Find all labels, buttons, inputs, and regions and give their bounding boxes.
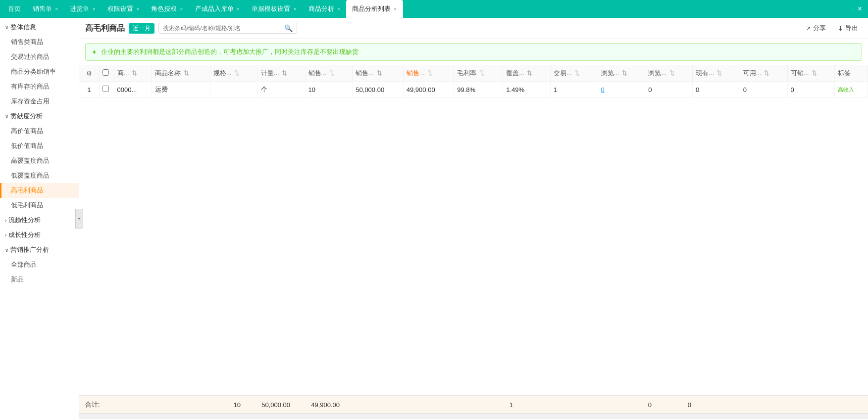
footer-stock-sellable: 0 <box>655 401 694 409</box>
export-button[interactable]: ⬇ 导出 <box>834 22 862 35</box>
row-code: 0000... <box>114 82 152 97</box>
footer-label: 合计: <box>85 400 184 409</box>
sidebar: ∨ 整体信息 销售类商品 交易过的商品 商品分类助销率 有库存的商品 库存资金占… <box>0 18 79 419</box>
col-gross-margin[interactable]: 毛利率 ⇅ <box>454 65 503 82</box>
close-icon[interactable]: × <box>394 6 397 12</box>
sidebar-item-sales-goods[interactable]: 销售类商品 <box>0 35 79 49</box>
table-container: ⚙ 商... ⇅ 商品名称 ⇅ <box>79 65 868 395</box>
row-checkbox-cell <box>99 82 114 97</box>
col-stock-available[interactable]: 可用... ⇅ <box>740 65 787 82</box>
chevron-right-icon: › <box>5 218 6 223</box>
col-name[interactable]: 商品名称 ⇅ <box>152 65 210 82</box>
sidebar-section-trend[interactable]: › 流趋性分析 <box>0 213 79 228</box>
sort-icon: ⇅ <box>764 69 769 77</box>
nav-tab-sales[interactable]: 销售单 × <box>27 0 64 18</box>
sort-icon: ⇅ <box>669 69 675 77</box>
col-unit[interactable]: 计量... ⇅ <box>257 65 305 82</box>
table-header-row: ⚙ 商... ⇅ 商品名称 ⇅ <box>79 65 868 82</box>
col-stock-sellable[interactable]: 可销... ⇅ <box>787 65 835 82</box>
sidebar-item-low-margin[interactable]: 低毛利商品 <box>0 198 79 213</box>
close-icon[interactable]: × <box>293 6 296 12</box>
row-transactions: 1 <box>550 82 598 97</box>
sort-icon: ⇅ <box>329 69 335 77</box>
sort-icon: ⇅ <box>812 69 817 77</box>
horizontal-scrollbar[interactable] <box>79 413 868 419</box>
select-all-checkbox[interactable] <box>102 69 109 76</box>
col-views1[interactable]: 浏览... ⇅ <box>598 65 645 82</box>
search-box: 🔍 <box>158 23 297 34</box>
col-transactions[interactable]: 交易... ⇅ <box>550 65 598 82</box>
sidebar-item-stock-capital[interactable]: 库存资金占用 <box>0 94 79 109</box>
col-spec[interactable]: 规格... ⇅ <box>210 65 258 82</box>
sort-icon: ⇅ <box>479 69 485 77</box>
col-views2[interactable]: 浏览... ⇅ <box>645 65 693 82</box>
col-code[interactable]: 商... ⇅ <box>114 65 152 82</box>
sidebar-item-low-value[interactable]: 低价值商品 <box>0 139 79 153</box>
chevron-right-icon: › <box>5 233 6 238</box>
row-spec <box>210 82 258 97</box>
close-icon[interactable]: × <box>92 6 95 12</box>
content-area: 高毛利商品 近一月 🔍 ↗ 分享 ⬇ 导出 ✦ 企业的主要的利润都是这部分商品创… <box>79 18 868 419</box>
nav-tab-role[interactable]: 角色授权 × <box>145 0 189 18</box>
period-button[interactable]: 近一月 <box>129 23 154 34</box>
sidebar-item-high-margin[interactable]: 高毛利商品 <box>0 183 79 198</box>
sidebar-section-growth[interactable]: › 成长性分析 <box>0 228 79 242</box>
col-coverage[interactable]: 覆盖... ⇅ <box>503 65 551 82</box>
sidebar-item-high-coverage[interactable]: 高覆盖度商品 <box>0 153 79 168</box>
close-icon[interactable]: × <box>337 6 340 12</box>
search-input[interactable] <box>163 25 282 32</box>
footer-stock-available: 0 <box>615 401 655 409</box>
export-icon: ⬇ <box>838 25 843 32</box>
close-icon[interactable]: × <box>180 6 183 12</box>
sidebar-item-all-goods[interactable]: 全部商品 <box>0 257 79 272</box>
row-stock-available: 0 <box>740 82 787 97</box>
sidebar-item-new-goods[interactable]: 新品 <box>0 272 79 287</box>
sidebar-section-overall[interactable]: ∨ 整体信息 <box>0 20 79 35</box>
settings-icon[interactable]: ⚙ <box>86 70 92 77</box>
footer-sales-qty: 10 <box>184 401 244 409</box>
search-icon[interactable]: 🔍 <box>284 24 293 32</box>
sort-icon: ⇅ <box>282 69 287 77</box>
sidebar-collapse-button[interactable]: « <box>75 209 83 229</box>
nav-tab-analysis-list[interactable]: 商品分析列表 × <box>346 0 403 18</box>
sort-icon: ⇅ <box>527 69 532 77</box>
close-icon[interactable]: × <box>136 6 139 12</box>
close-all-button[interactable]: × <box>854 4 866 13</box>
share-button[interactable]: ↗ 分享 <box>802 22 830 35</box>
col-sales-cost[interactable]: 销售... ⇅ <box>403 65 454 82</box>
nav-tab-purchase[interactable]: 进货单 × <box>64 0 101 18</box>
share-icon: ↗ <box>806 25 811 32</box>
row-views1[interactable]: 0 <box>598 82 645 97</box>
col-tag: 标签 <box>835 65 868 82</box>
row-checkbox[interactable] <box>102 86 109 92</box>
nav-tab-permission[interactable]: 权限设置 × <box>102 0 145 18</box>
close-icon[interactable]: × <box>55 6 58 12</box>
footer-sales-amount: 50,000.00 <box>244 401 293 409</box>
nav-tab-analysis[interactable]: 商品分析 × <box>303 0 346 18</box>
nav-tab-home[interactable]: 首页 <box>2 0 27 18</box>
chevron-down-icon: ∨ <box>5 247 8 253</box>
col-stock-actual[interactable]: 现有... ⇅ <box>693 65 740 82</box>
row-unit: 个 <box>257 82 305 97</box>
top-nav: 首页 销售单 × 进货单 × 权限设置 × 角色授权 × 产成品入库单 × 单据… <box>0 0 868 18</box>
sidebar-section-marketing[interactable]: ∨ 营销推广分析 <box>0 242 79 257</box>
close-icon[interactable]: × <box>237 6 240 12</box>
chevron-down-icon: ∨ <box>5 25 8 30</box>
row-stock-sellable: 0 <box>787 82 835 97</box>
col-sales-qty[interactable]: 销售... ⇅ <box>305 65 353 82</box>
sidebar-item-in-stock[interactable]: 有库存的商品 <box>0 79 79 94</box>
sidebar-item-traded-goods[interactable]: 交易过的商品 <box>0 49 79 64</box>
nav-tab-template[interactable]: 单据模板设置 × <box>246 0 302 18</box>
sort-icon: ⇅ <box>574 69 580 77</box>
row-sales-cost: 49,900.00 <box>403 82 454 97</box>
sidebar-item-category-rate[interactable]: 商品分类助销率 <box>0 64 79 79</box>
row-sales-amount: 50,000.00 <box>353 82 403 97</box>
row-views2: 0 <box>645 82 693 97</box>
nav-tab-product-in[interactable]: 产成品入库单 × <box>189 0 246 18</box>
col-sales-amount[interactable]: 销售... ⇅ <box>353 65 403 82</box>
sidebar-item-high-value[interactable]: 高价值商品 <box>0 124 79 139</box>
sidebar-section-contribution[interactable]: ∨ 贡献度分析 <box>0 109 79 124</box>
sidebar-item-low-coverage[interactable]: 低覆盖度商品 <box>0 168 79 183</box>
chevron-down-icon: ∨ <box>5 114 8 119</box>
info-icon: ✦ <box>92 48 97 56</box>
